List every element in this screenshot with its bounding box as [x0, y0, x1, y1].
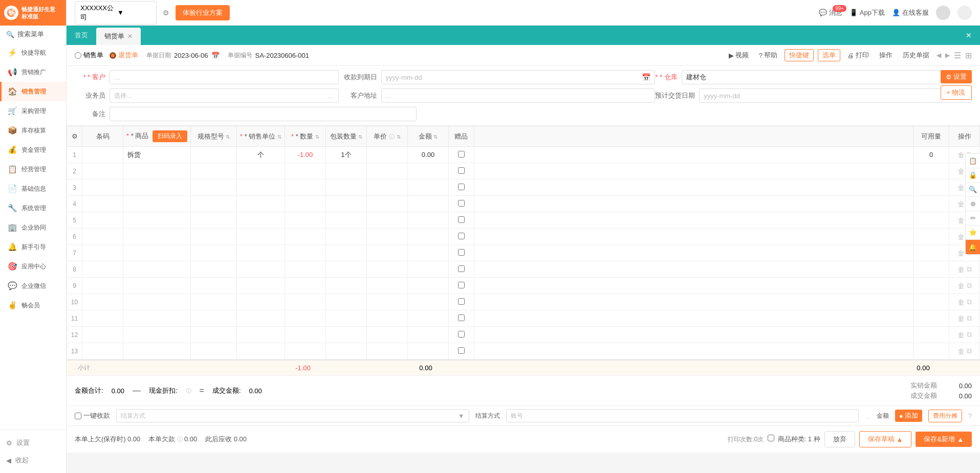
- gift-checkbox[interactable]: [458, 216, 465, 223]
- logistics-btn[interactable]: + 物流: [941, 85, 972, 100]
- cell-unit[interactable]: 个: [236, 147, 285, 163]
- delete-icon[interactable]: 🗑: [957, 331, 965, 339]
- cell-gift[interactable]: [448, 294, 474, 310]
- cell-spec[interactable]: [190, 245, 236, 261]
- save-new-btn[interactable]: 保存&新增 ▲: [916, 432, 972, 447]
- sidebar-item-app-center[interactable]: 🎯 应用中心: [0, 257, 66, 276]
- cell-pkg-qty[interactable]: [325, 343, 366, 359]
- cell-gift[interactable]: [448, 147, 474, 163]
- cell-spec[interactable]: [190, 294, 236, 310]
- cell-amount[interactable]: [407, 212, 448, 229]
- account-dots-icon[interactable]: ...: [865, 412, 870, 420]
- sidebar-item-basic[interactable]: 📄 基础信息: [0, 179, 66, 198]
- cell-price[interactable]: [366, 278, 407, 294]
- cell-product[interactable]: [123, 163, 191, 179]
- cell-product[interactable]: [123, 245, 191, 261]
- cell-qty[interactable]: [285, 196, 325, 212]
- col-settings[interactable]: ⚙: [67, 126, 82, 147]
- cell-unit[interactable]: [236, 245, 285, 261]
- cell-spec[interactable]: [190, 310, 236, 327]
- cell-pkg-qty[interactable]: [325, 278, 366, 294]
- sort-icon[interactable]: ⇅: [433, 134, 438, 140]
- gift-checkbox[interactable]: [458, 282, 465, 288]
- customer-input[interactable]: ...: [110, 70, 339, 84]
- cell-gift[interactable]: [448, 245, 474, 261]
- cell-barcode[interactable]: [82, 212, 123, 229]
- sidebar-item-inventory[interactable]: 📦 库存核算: [0, 121, 66, 140]
- gift-checkbox[interactable]: [458, 347, 465, 354]
- cell-barcode[interactable]: [82, 179, 123, 196]
- cell-gift[interactable]: [448, 212, 474, 229]
- sidebar-item-member[interactable]: ✌ 畅会员: [0, 296, 66, 315]
- sidebar-item-purchase[interactable]: 🛒 采购管理: [0, 101, 66, 121]
- customer-addr-input[interactable]: ...: [381, 88, 656, 103]
- sidebar-item-sales[interactable]: 🏠 销售管理: [0, 82, 66, 101]
- sidebar-item-enterprise-wechat[interactable]: 💬 企业微信: [0, 276, 66, 296]
- one-key-payment-check[interactable]: 一键收款: [75, 411, 110, 420]
- cell-price[interactable]: [366, 245, 407, 261]
- cell-unit[interactable]: [236, 294, 285, 310]
- delete-icon[interactable]: 🗑: [957, 216, 965, 224]
- settings-btn[interactable]: ⚙ 设置: [941, 70, 972, 83]
- delete-icon[interactable]: 🗑: [957, 347, 965, 355]
- gift-checkbox[interactable]: [458, 265, 465, 272]
- goods-type-checkbox[interactable]: [768, 435, 774, 441]
- operate-btn[interactable]: 操作: [876, 50, 896, 61]
- account-input[interactable]: 账号: [506, 409, 859, 422]
- float-btn-1[interactable]: 📋: [966, 154, 980, 168]
- cell-pkg-qty[interactable]: [325, 294, 366, 310]
- delete-icon[interactable]: 🗑: [957, 200, 965, 208]
- gift-checkbox[interactable]: [458, 184, 465, 190]
- cell-gift[interactable]: [448, 229, 474, 245]
- cell-qty[interactable]: [285, 179, 325, 196]
- cell-price[interactable]: [366, 294, 407, 310]
- delete-icon[interactable]: 🗑: [957, 184, 965, 192]
- pick-btn[interactable]: 选单: [818, 49, 840, 61]
- cell-qty[interactable]: [285, 212, 325, 229]
- cell-amount[interactable]: [407, 229, 448, 245]
- cell-amount[interactable]: 0.00: [407, 147, 448, 163]
- cell-pkg-qty[interactable]: [325, 212, 366, 229]
- sales-radio[interactable]: 销售单: [75, 51, 103, 60]
- cell-pkg-qty[interactable]: [325, 229, 366, 245]
- cell-amount[interactable]: [407, 310, 448, 327]
- float-btn-7[interactable]: 🔔: [966, 240, 980, 254]
- avatar-placeholder[interactable]: [957, 6, 972, 20]
- cell-gift[interactable]: [448, 163, 474, 179]
- delete-icon[interactable]: 🗑: [957, 282, 965, 290]
- cell-amount[interactable]: [407, 163, 448, 179]
- avatar[interactable]: [936, 6, 950, 20]
- cell-gift[interactable]: [448, 278, 474, 294]
- sidebar-item-marketing[interactable]: 📢 营销推广: [0, 62, 66, 82]
- company-selector[interactable]: XXXXXX公司 ▼: [75, 1, 157, 25]
- cell-qty[interactable]: [285, 261, 325, 278]
- warehouse-input[interactable]: 建材仓 ...: [682, 70, 972, 84]
- sidebar-item-system[interactable]: 🔧 系统管理: [0, 198, 66, 218]
- cell-price[interactable]: [366, 229, 407, 245]
- cell-unit[interactable]: [236, 229, 285, 245]
- return-radio[interactable]: 退货单: [110, 51, 138, 60]
- cell-price[interactable]: [366, 327, 407, 343]
- cell-unit[interactable]: [236, 261, 285, 278]
- sort-icon[interactable]: ⇅: [226, 134, 230, 140]
- sort-icon[interactable]: ⇅: [397, 134, 401, 140]
- message-btn[interactable]: 💬 消息 99+: [819, 8, 842, 17]
- cell-pkg-qty[interactable]: [325, 196, 366, 212]
- video-btn[interactable]: ▶ 视频: [726, 50, 752, 61]
- gift-checkbox[interactable]: [458, 233, 465, 239]
- cell-spec[interactable]: [190, 147, 236, 163]
- sidebar-settings[interactable]: ⚙ 设置: [0, 434, 66, 452]
- column-settings-icon[interactable]: ⚙: [72, 132, 78, 140]
- cell-barcode[interactable]: [82, 294, 123, 310]
- grid-view-icon[interactable]: ⊞: [965, 51, 972, 60]
- cell-unit[interactable]: [236, 196, 285, 212]
- tab-sales-order[interactable]: 销货单 ✕: [96, 28, 141, 45]
- cell-amount[interactable]: [407, 278, 448, 294]
- cell-product[interactable]: [123, 212, 191, 229]
- next-icon[interactable]: ▶: [945, 52, 950, 59]
- cell-barcode[interactable]: [82, 196, 123, 212]
- add-payment-btn[interactable]: ● 添加: [895, 410, 922, 422]
- cell-product[interactable]: [123, 261, 191, 278]
- tab-home[interactable]: 首页: [67, 26, 96, 45]
- cell-amount[interactable]: [407, 327, 448, 343]
